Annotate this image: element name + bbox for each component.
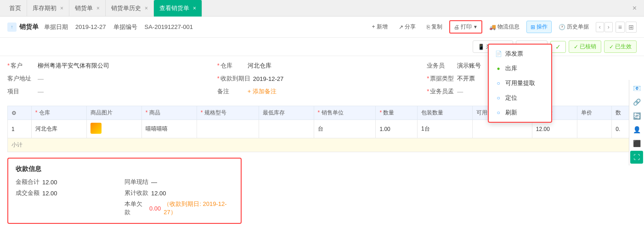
effect-icon: ✓ (609, 44, 614, 50)
doc-header: ↑ 销货单 单据日期 2019-12-27 单据编号 SA-20191227-0… (0, 17, 644, 38)
nav-arrows: ‹ › (596, 22, 613, 32)
operation-icon: ⊞ (531, 24, 535, 30)
payment-grid: 金额合计 12.00 同单现结 — 成交金额 12.00 累计收款 12.00 … (16, 178, 233, 217)
prev-arrow[interactable]: ‹ (596, 22, 604, 32)
col-model: 规格型号 (197, 106, 259, 120)
menu-available-qty[interactable]: ○ 可用量提取 (489, 76, 551, 91)
note-field: 备注 + 添加备注 (217, 87, 427, 96)
tab-home[interactable]: 首页 (4, 0, 27, 17)
effect-button[interactable]: ✓ 已生效 (604, 40, 637, 53)
grid-view-icon[interactable]: ⊞ (626, 22, 637, 33)
customer-value: 柳州粤港平安气体有限公司 (38, 62, 109, 70)
sidebar-email-icon[interactable]: 📧 (630, 82, 643, 95)
sold-button[interactable]: ✓ 已核销 (569, 40, 601, 53)
share-button[interactable]: ↗ 分享 (395, 21, 420, 33)
menu-locate[interactable]: ○ 定位 (489, 91, 551, 105)
cell-no: 1 (8, 120, 32, 138)
cell-price (577, 120, 612, 138)
operation-dropdown: 📄 添发票 ● 出库 ○ 可用量提取 ○ 定位 ○ 刷新 (488, 44, 552, 123)
address-label: 客户地址 (7, 74, 35, 83)
check-button[interactable]: ✓ (550, 41, 566, 53)
view-icons: ≡ ⊞ (616, 22, 637, 33)
print-button[interactable]: 🖨 打印 ▼ (449, 20, 482, 34)
subtotal-label: 小计 (8, 138, 637, 152)
salesperson-value: — (457, 88, 463, 95)
tab-inventory[interactable]: 库存期初 × (27, 0, 69, 17)
sidebar-link-icon[interactable]: 🔗 (630, 96, 643, 108)
customer-field: 客户 柳州粤港平安气体有限公司 (7, 62, 217, 70)
tab-close-view-sales[interactable]: × (193, 5, 196, 11)
list-view-icon[interactable]: ≡ (616, 22, 625, 33)
cell-pack-qty: 1台 (417, 120, 472, 138)
available-icon: ○ (495, 80, 502, 86)
staff-value: 演示账号 (457, 62, 481, 70)
share-icon: ↗ (399, 24, 403, 30)
salesperson-label: 业务员孟 (427, 87, 454, 96)
project-value: — (38, 88, 44, 95)
tab-history[interactable]: 销货单历史 × (106, 0, 154, 17)
cumulative-value: 12.00 (151, 190, 166, 197)
new-button[interactable]: + 新增 (368, 21, 392, 33)
sidebar-user-icon[interactable]: 👤 (630, 123, 643, 136)
col-settings[interactable]: ⚙ (8, 106, 32, 120)
cell-image (86, 120, 141, 138)
menu-refresh[interactable]: ○ 刷新 (489, 105, 551, 120)
operation-button[interactable]: ⊞ 操作 (526, 21, 552, 33)
doc-actions: + 新增 ↗ 分享 ⎘ 复制 🖨 打印 ▼ 🚚 物流信息 ⊞ 操作 (368, 20, 637, 34)
close-all-tabs[interactable]: × (629, 4, 640, 12)
history-button[interactable]: 🕐 历史单据 (554, 21, 593, 33)
outbound-icon: ● (495, 65, 502, 72)
tab-sales[interactable]: 销货单 × (69, 0, 106, 17)
col-warehouse: 仓库 (31, 106, 86, 120)
number-value: SA-20191227-001 (145, 23, 193, 30)
payment-title: 收款信息 (16, 165, 233, 173)
tab-close-inventory[interactable]: × (60, 5, 63, 11)
col-price: 单价 (577, 106, 612, 120)
col-unit: 销售单位 (314, 106, 376, 120)
total-label: 金额合计 (16, 178, 40, 186)
tab-close-history[interactable]: × (145, 5, 148, 11)
payment-box: 收款信息 金额合计 12.00 同单现结 — 成交金额 12.00 累计收款 1… (7, 158, 242, 224)
deal-amount-label: 成交金额 (16, 189, 40, 197)
product-image (90, 123, 102, 134)
project-field: 项目 — (7, 87, 217, 96)
sold-icon: ✓ (574, 44, 578, 50)
tab-view-sales[interactable]: 查看销货单 × (154, 0, 202, 17)
logistics-button[interactable]: 🚚 物流信息 (485, 21, 524, 33)
menu-add-invoice[interactable]: 📄 添发票 (489, 46, 551, 61)
due-date-value: 2019-12-27 (253, 75, 284, 82)
cumulative-label: 累计收款 (124, 189, 148, 197)
col-product: 商品 (141, 106, 197, 120)
project-label: 项目 (7, 87, 35, 96)
print-icon: 🖨 (454, 24, 459, 30)
warehouse-value: 河北仓库 (248, 62, 271, 70)
sidebar-block-icon[interactable]: ⬛ (630, 137, 643, 150)
customer-label: 客户 (7, 62, 35, 70)
cell-model (197, 120, 259, 138)
next-arrow[interactable]: › (604, 22, 613, 32)
address-value: — (38, 75, 44, 82)
due-date-field: 收款到期日 2019-12-27 (217, 74, 427, 83)
locate-icon: ○ (495, 95, 502, 101)
menu-outbound[interactable]: ● 出库 (489, 61, 551, 76)
sidebar-expand-icon[interactable]: ⛶ (630, 151, 643, 164)
copy-button[interactable]: ⎘ 复制 (423, 21, 446, 33)
tab-close-sales[interactable]: × (96, 5, 100, 11)
due-value: 0.00 (149, 205, 161, 212)
doc-title-text: 销货单 (19, 23, 39, 31)
doc-icon: ↑ (7, 23, 17, 32)
ticket-type-label: 票据类型 (427, 74, 454, 83)
note-label: 备注 (217, 87, 245, 96)
add-note-button[interactable]: + 添加备注 (248, 87, 277, 96)
same-order-item: 同单现结 — (124, 178, 233, 186)
doc-meta: 单据日期 2019-12-27 单据编号 SA-20191227-001 (44, 23, 362, 31)
cell-quantity: 1.00 (376, 120, 418, 138)
total-amount-item: 金额合计 12.00 (16, 178, 124, 186)
sidebar-refresh-icon[interactable]: 🔄 (630, 109, 643, 122)
logistics-icon: 🚚 (489, 24, 496, 30)
doc-title: ↑ 销货单 (7, 23, 39, 32)
due-note: （收款到期日: 2019-12-27） (164, 200, 233, 217)
deal-amount-item: 成交金额 12.00 (16, 189, 124, 197)
cell-warehouse: 河北仓库 (31, 120, 86, 138)
total-value: 12.00 (42, 179, 57, 186)
